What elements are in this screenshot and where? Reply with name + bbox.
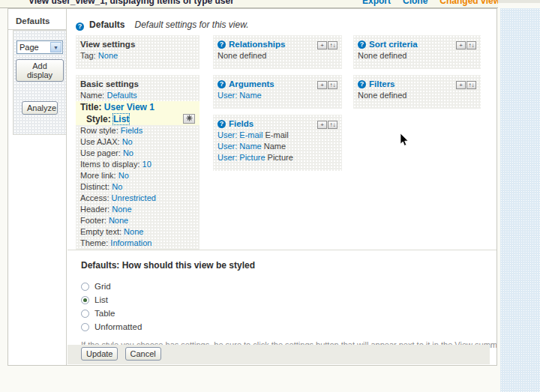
field-link[interactable]: User: E-mail [218, 130, 263, 139]
setting-row: Header: None [80, 204, 195, 215]
style-settings-form: Defaults: How should this view be styled… [68, 250, 496, 365]
setting-row: Theme: Information [80, 238, 195, 249]
setting-value-link[interactable]: List [113, 114, 129, 124]
page-background [500, 8, 540, 392]
setting-value-link[interactable]: No [118, 171, 129, 180]
setting-value-link[interactable]: No [122, 137, 133, 146]
display-type-value: Page [20, 43, 39, 52]
view-title: View user_view_1, displaying items of ty… [28, 0, 234, 6]
add-icon-button[interactable]: + [456, 41, 466, 49]
fields-title-link[interactable]: Fields [229, 118, 254, 130]
setting-row: Use AJAX: No [80, 136, 195, 148]
setting-label: Use AJAX: [80, 137, 120, 146]
tab-defaults[interactable]: Defaults [8, 9, 66, 30]
dropdown-arrow-icon: ▼ [50, 42, 62, 52]
style-option[interactable]: Table [81, 307, 496, 320]
help-icon[interactable]: ? [218, 40, 226, 49]
help-icon[interactable]: ? [218, 120, 226, 128]
setting-value-link[interactable]: 10 [142, 160, 152, 169]
add-icon-button[interactable]: + [317, 81, 327, 89]
relationships-empty: None defined [218, 50, 338, 61]
help-icon[interactable]: ? [76, 22, 84, 31]
setting-row: Items to display: 10 [80, 159, 195, 170]
setting-label: Use pager: [80, 148, 121, 157]
analyze-button[interactable]: Analyze [22, 101, 58, 115]
help-icon[interactable]: ? [218, 80, 226, 88]
setting-value-link[interactable]: Information [110, 238, 152, 247]
style-option[interactable]: Grid [81, 280, 496, 293]
argument-item: User: Name [218, 90, 338, 101]
setting-value-link[interactable]: Defaults [106, 91, 136, 100]
setting-label: Header: [80, 205, 110, 214]
basic-settings-section: Basic settings Name: DefaultsTitle: User… [76, 75, 200, 256]
setting-row: Distinct: No [80, 181, 195, 193]
sort-criteria-title-link[interactable]: Sort criteria [369, 39, 418, 50]
add-icon-button[interactable]: + [317, 41, 327, 49]
gear-icon[interactable] [183, 114, 195, 124]
argument-link[interactable]: User: Name [218, 91, 262, 100]
rearrange-icon-button[interactable]: ↑↓ [466, 81, 476, 89]
filters-title-link[interactable]: Filters [369, 79, 395, 90]
rearrange-icon-button[interactable]: ↑↓ [328, 121, 338, 129]
arguments-title-link[interactable]: Arguments [229, 79, 274, 90]
setting-row: Row style: Fields [80, 125, 195, 136]
style-option-label: Table [94, 309, 116, 318]
add-display-button[interactable]: Add display [16, 59, 64, 82]
setting-value-link[interactable]: None [124, 227, 143, 236]
field-label: Name [264, 142, 286, 151]
setting-label: Row style: [80, 126, 118, 135]
setting-label: Access: [80, 193, 110, 202]
radio-icon[interactable] [81, 296, 89, 304]
display-overview: ? Defaults Default settings for this vie… [68, 9, 496, 365]
help-icon[interactable]: ? [358, 80, 366, 88]
radio-icon[interactable] [81, 283, 89, 291]
add-icon-button[interactable]: + [456, 81, 466, 89]
field-label: Picture [268, 153, 293, 162]
titlebar-link[interactable]: Clone [403, 0, 428, 6]
help-icon[interactable]: ? [358, 40, 366, 49]
setting-value-link[interactable]: Fields [121, 126, 142, 135]
titlebar-link[interactable]: Export [362, 0, 391, 6]
relationships-section: ? Relationships +↑↓ None defined [213, 35, 342, 69]
fields-items: User: E-mailE-mailUser: NameNameUser: Pi… [218, 130, 338, 163]
fields-header: ? Fields +↑↓ [218, 118, 338, 130]
field-item: User: NameName [218, 141, 338, 152]
add-icon-button[interactable]: + [317, 121, 327, 129]
relationships-title-link[interactable]: Relationships [229, 39, 285, 50]
titlebar-link[interactable]: Changed view [440, 0, 498, 6]
radio-icon[interactable] [81, 323, 89, 331]
setting-value-link[interactable]: None [112, 205, 131, 214]
setting-value-link[interactable]: Unrestricted [112, 193, 156, 202]
cancel-button[interactable]: Cancel [125, 347, 161, 361]
style-option-label: Unformatted [94, 322, 142, 331]
field-link[interactable]: User: Picture [218, 153, 266, 162]
title-bar-links: ExportCloneChanged view [362, 0, 498, 6]
rearrange-icon-button[interactable]: ↑↓ [328, 81, 338, 89]
filters-section: ? Filters +↑↓ None defined [353, 75, 481, 109]
setting-label: Tag: [80, 51, 96, 60]
field-link[interactable]: User: Name [218, 142, 262, 151]
radio-icon[interactable] [81, 310, 89, 318]
style-option[interactable]: Unformatted [81, 320, 496, 334]
setting-value-link[interactable]: None [98, 51, 118, 60]
view-title-bar: View user_view_1, displaying items of ty… [0, 0, 498, 8]
sort-criteria-empty: None defined [358, 50, 476, 61]
setting-label: More link: [80, 171, 116, 180]
setting-value-link[interactable]: No [112, 182, 122, 191]
setting-value-link[interactable]: User View 1 [104, 102, 154, 112]
setting-label: Empty text: [80, 227, 122, 236]
display-type-select[interactable]: Page ▼ [16, 40, 63, 54]
setting-value-link[interactable]: No [123, 148, 134, 157]
field-item: User: PicturePicture [218, 152, 338, 163]
rearrange-icon-button[interactable]: ↑↓ [328, 41, 338, 49]
setting-label: Name: [80, 91, 104, 100]
update-button[interactable]: Update [81, 347, 118, 361]
relationships-header: ? Relationships +↑↓ [218, 39, 338, 50]
rearrange-icon-button[interactable]: ↑↓ [466, 41, 476, 49]
views-edit-panel: Defaults Page ▼ Add display Analyze ? De… [8, 8, 497, 366]
view-settings-section: View settings Tag: None [76, 35, 200, 69]
sort-criteria-header: ? Sort criteria +↑↓ [358, 39, 476, 50]
style-option[interactable]: List [81, 293, 496, 307]
setting-value-link[interactable]: None [109, 216, 128, 225]
setting-row: Use pager: No [80, 148, 195, 159]
